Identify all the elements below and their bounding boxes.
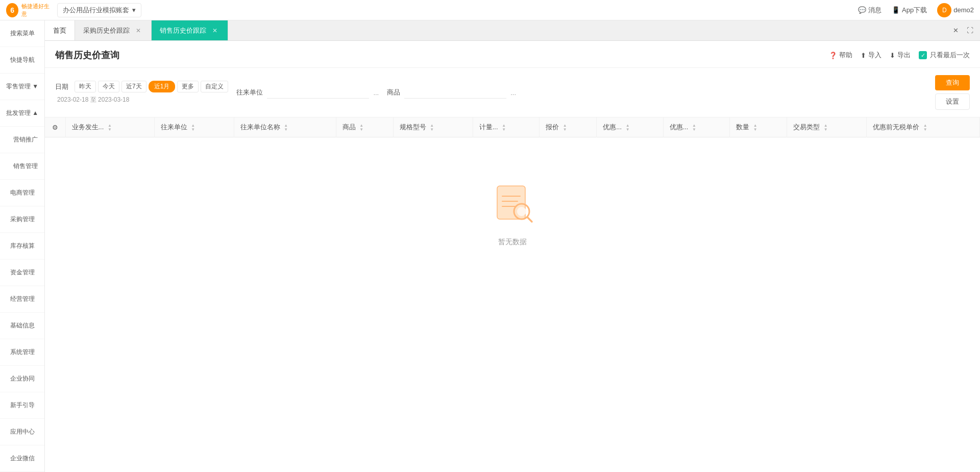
export-icon: ⬇ — [890, 52, 895, 59]
sidebar-item-basic-info[interactable]: 基础信息 — [0, 313, 44, 339]
th-goods[interactable]: 商品 ▲▼ — [336, 117, 393, 137]
partner-dots: ... — [373, 89, 379, 97]
date-btn-last7[interactable]: 近7天 — [121, 81, 146, 92]
sidebar-item-wechat[interactable]: 企业微信 — [0, 445, 44, 472]
settings-button[interactable]: 设置 — [935, 93, 970, 110]
tab-sales-history-close[interactable]: ✕ — [210, 26, 219, 35]
tab-fullscreen-button[interactable]: ⛶ — [964, 25, 976, 37]
tab-right-actions: ✕ ⛶ — [949, 25, 980, 37]
tab-purchase-history-label: 采购历史价跟踪 — [83, 26, 130, 35]
th-unit[interactable]: 计量... ▲▼ — [473, 117, 539, 137]
import-label: 导入 — [868, 51, 881, 60]
date-btn-custom[interactable]: 自定义 — [201, 81, 228, 92]
finance-label: 资金管理 — [10, 268, 35, 277]
goods-input[interactable] — [404, 86, 506, 99]
partner-filter: 往来单位 ... — [236, 86, 379, 99]
sidebar-item-search-menu[interactable]: 搜索菜单 — [0, 20, 44, 47]
th-biz-date[interactable]: 业务发生... ▲▼ — [65, 117, 154, 137]
sidebar-item-operations[interactable]: 经营管理 — [0, 286, 44, 313]
th-quantity[interactable]: 数量 ▲▼ — [730, 117, 787, 137]
content-area: 首页 采购历史价跟踪 ✕ 销售历史价跟踪 ✕ ✕ ⛶ 销售历史价查询 — [45, 20, 980, 472]
sidebar-item-guide[interactable]: 新手引导 — [0, 392, 44, 419]
sidebar-item-ecommerce[interactable]: 电商管理 — [0, 180, 44, 206]
sidebar-item-purchase-mgmt[interactable]: 采购管理 — [0, 206, 44, 233]
sort-icon-partner-name: ▲▼ — [284, 124, 288, 132]
date-btn-yesterday[interactable]: 昨天 — [75, 81, 96, 92]
th-partner-code[interactable]: 往来单位 ▲▼ — [154, 117, 234, 137]
sort-icon-spec: ▲▼ — [430, 124, 434, 132]
page-content: 销售历史价查询 ❓ 帮助 ⬆ 导入 ⬇ 导出 ✓ — [45, 41, 980, 472]
sidebar-item-system[interactable]: 系统管理 — [0, 339, 44, 366]
sidebar-item-marketing[interactable]: 营销推广 — [0, 127, 44, 153]
goods-filter: 商品 ... — [387, 86, 516, 99]
th-discount1[interactable]: 优惠... ▲▼ — [597, 117, 663, 137]
sidebar-item-retail-mgmt[interactable]: 零售管理 ▼ — [0, 74, 44, 100]
tab-home[interactable]: 首页 — [45, 20, 75, 40]
tab-sales-history-label: 销售历史价跟踪 — [160, 26, 206, 35]
message-label: 消息 — [868, 6, 881, 15]
th-pretax-price[interactable]: 优惠前无税单价 ▲▼ — [867, 117, 980, 137]
th-trade-type[interactable]: 交易类型 ▲▼ — [787, 117, 867, 137]
help-label: 帮助 — [839, 51, 852, 60]
logo-text: 畅捷通好生意 — [21, 3, 51, 17]
date-btn-more[interactable]: 更多 — [177, 81, 199, 92]
tab-sales-history[interactable]: 销售历史价跟踪 ✕ — [152, 20, 228, 40]
main-layout: 搜索菜单 快捷导航 零售管理 ▼ 批发管理 ▲ 营销推广 销售管理 电商管理 采… — [0, 20, 980, 472]
sidebar-item-inventory[interactable]: 库存核算 — [0, 233, 44, 259]
sidebar-item-finance[interactable]: 资金管理 — [0, 259, 44, 286]
th-quote[interactable]: 报价 ▲▼ — [540, 117, 597, 137]
date-btn-last1m[interactable]: 近1月 — [149, 81, 176, 92]
export-button[interactable]: ⬇ 导出 — [890, 51, 911, 60]
empty-icon — [487, 178, 538, 229]
th-spec[interactable]: 规格型号 ▲▼ — [393, 117, 473, 137]
export-label: 导出 — [897, 51, 911, 60]
message-item[interactable]: 💬 消息 — [858, 6, 881, 15]
only-last-label: 只看最后一次 — [930, 51, 970, 60]
page-actions: ❓ 帮助 ⬆ 导入 ⬇ 导出 ✓ 只看最后一次 — [829, 51, 970, 60]
table-container: ⚙ 业务发生... ▲▼ 往来单位 ▲▼ 往来单位名称 — [45, 117, 980, 288]
sort-icon-quantity: ▲▼ — [753, 124, 757, 132]
only-last-checkbox[interactable]: ✓ 只看最后一次 — [919, 51, 970, 60]
filter-area: 日期 昨天 今天 近7天 近1月 更多 自定义 2023-02-18 至 202… — [45, 68, 980, 117]
sidebar-item-wholesale-mgmt[interactable]: 批发管理 ▲ — [0, 100, 44, 127]
sidebar-item-sales-mgmt[interactable]: 销售管理 — [0, 153, 44, 180]
empty-text: 暂无数据 — [498, 238, 527, 247]
sort-icon-discount1: ▲▼ — [626, 124, 630, 132]
sidebar-item-quick-nav[interactable]: 快捷导航 — [0, 47, 44, 74]
sidebar-item-enterprise[interactable]: 企业协同 — [0, 366, 44, 392]
th-partner-name[interactable]: 往来单位名称 ▲▼ — [234, 117, 336, 137]
download-icon: 📱 — [892, 6, 900, 14]
page-title: 销售历史价查询 — [55, 49, 119, 61]
search-menu-label: 搜索菜单 — [10, 29, 35, 38]
top-right: 💬 消息 📱 App下载 D demo2 — [858, 3, 974, 17]
date-btn-today[interactable]: 今天 — [98, 81, 119, 92]
tab-close-all-button[interactable]: ✕ — [949, 25, 962, 37]
download-item[interactable]: 📱 App下载 — [892, 6, 927, 15]
sort-icon-discount2: ▲▼ — [692, 124, 696, 132]
app-selector-label: 办公用品行业模拟账套 — [63, 6, 129, 15]
partner-label: 往来单位 — [236, 88, 263, 97]
import-icon: ⬆ — [861, 52, 866, 59]
tab-purchase-history[interactable]: 采购历史价跟踪 ✕ — [75, 20, 152, 40]
th-gear[interactable]: ⚙ — [45, 117, 65, 137]
inventory-label: 库存核算 — [10, 242, 35, 250]
checkbox-icon: ✓ — [919, 51, 927, 59]
logo-icon: 6 — [6, 3, 18, 17]
help-icon: ❓ — [829, 52, 837, 59]
sort-icon-partner-code: ▲▼ — [191, 124, 195, 132]
guide-label: 新手引导 — [10, 401, 35, 410]
th-discount2[interactable]: 优惠... ▲▼ — [663, 117, 729, 137]
tab-purchase-history-close[interactable]: ✕ — [134, 26, 143, 35]
search-button[interactable]: 查询 — [935, 75, 970, 90]
sidebar-item-app-center[interactable]: 应用中心 — [0, 419, 44, 445]
quick-nav-label: 快捷导航 — [10, 56, 35, 64]
user-item[interactable]: D demo2 — [937, 3, 974, 17]
goods-label: 商品 — [387, 88, 400, 97]
sort-icon-goods: ▲▼ — [359, 124, 363, 132]
partner-input[interactable] — [267, 86, 369, 99]
app-selector[interactable]: 办公用品行业模拟账套 ▾ — [57, 3, 141, 17]
enterprise-label: 企业协同 — [10, 374, 35, 383]
import-button[interactable]: ⬆ 导入 — [861, 51, 881, 60]
sort-icon-pretax-price: ▲▼ — [923, 124, 927, 132]
help-button[interactable]: ❓ 帮助 — [829, 51, 852, 60]
